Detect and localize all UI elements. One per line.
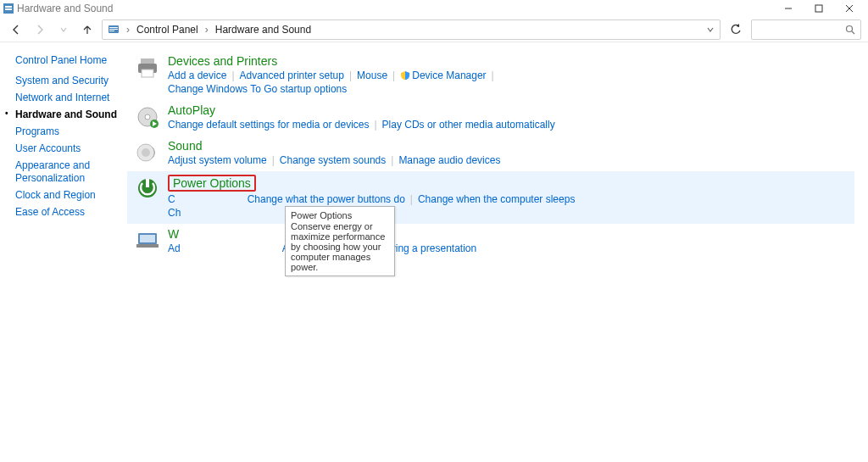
link-power-partial-1[interactable]: C (168, 193, 175, 205)
svg-rect-13 (141, 58, 154, 64)
sidebar-item-clock-and-region[interactable]: Clock and Region (15, 189, 127, 202)
sidebar-item-ease-of-access[interactable]: Ease of Access (15, 206, 127, 219)
mobility-icon (134, 227, 161, 254)
link-device-manager[interactable]: Device Manager (400, 70, 486, 81)
svg-line-12 (852, 31, 854, 34)
link-play-cds[interactable]: Play CDs or other media automatically (382, 119, 555, 131)
link-advanced-printer[interactable]: Advanced printer setup (240, 70, 344, 81)
sidebar: Control Panel Home System and SecurityNe… (0, 42, 127, 462)
svg-rect-15 (142, 70, 153, 77)
category-mobility: W Ad Adjust settings before giving a pre… (127, 224, 860, 259)
window-maximize-button[interactable] (804, 0, 834, 17)
recent-locations-button[interactable] (54, 20, 73, 39)
address-bar: › Control Panel › Hardware and Sound (0, 17, 868, 42)
svg-rect-1 (5, 6, 12, 8)
autoplay-icon (134, 103, 161, 131)
refresh-button[interactable] (726, 19, 746, 40)
tooltip-body: Conserve energy or maximize performance … (291, 221, 389, 272)
svg-rect-4 (815, 5, 822, 12)
breadcrumb-chevron-icon: › (126, 24, 130, 36)
window-minimize-button[interactable] (773, 0, 804, 17)
back-button[interactable] (7, 20, 25, 39)
sidebar-item-hardware-and-sound[interactable]: Hardware and Sound (15, 109, 127, 121)
control-panel-icon (108, 24, 120, 36)
category-title-sound[interactable]: Sound (168, 139, 860, 153)
power-icon (134, 175, 161, 202)
shield-icon (400, 70, 410, 81)
content-area: Devices and Printers Add a device| Advan… (127, 42, 868, 462)
link-power-buttons[interactable]: Change what the power buttons do (248, 193, 405, 205)
svg-point-17 (145, 114, 150, 120)
svg-rect-25 (136, 244, 159, 248)
sidebar-home[interactable]: Control Panel Home (15, 54, 127, 66)
category-title-autoplay[interactable]: AutoPlay (168, 103, 860, 117)
link-power-partial-2[interactable]: Ch (168, 207, 181, 219)
svg-rect-8 (109, 27, 118, 28)
speaker-icon (134, 139, 161, 166)
window-title: Hardware and Sound (17, 3, 113, 14)
sidebar-item-user-accounts[interactable]: User Accounts (15, 142, 127, 155)
sidebar-item-appearance-and-personalization[interactable]: Appearance and Personalization (15, 159, 127, 185)
category-title-mobility[interactable]: W (168, 227, 860, 241)
tooltip-title: Power Options (291, 210, 389, 220)
svg-rect-10 (109, 31, 114, 31)
svg-rect-2 (5, 8, 12, 10)
link-add-device[interactable]: Add a device (168, 70, 226, 81)
printer-icon (134, 54, 161, 81)
sidebar-item-programs[interactable]: Programs (15, 125, 127, 138)
category-devices-printers: Devices and Printers Add a device| Advan… (127, 51, 860, 100)
link-computer-sleeps[interactable]: Change when the computer sleeps (418, 193, 575, 205)
svg-rect-22 (146, 179, 149, 187)
category-sound: Sound Adjust system volume| Change syste… (127, 136, 860, 171)
body: Control Panel Home System and SecurityNe… (0, 42, 868, 462)
search-box[interactable] (751, 19, 861, 40)
category-title-power[interactable]: Power Options (168, 175, 854, 192)
svg-rect-24 (140, 235, 155, 242)
link-mobility-partial[interactable]: Ad (168, 242, 181, 254)
link-system-sounds[interactable]: Change system sounds (280, 154, 386, 166)
breadcrumb-dropdown-button[interactable] (706, 25, 715, 34)
window-close-button[interactable] (834, 0, 865, 17)
category-title-devices[interactable]: Devices and Printers (168, 54, 860, 68)
svg-point-20 (142, 148, 150, 157)
link-mouse[interactable]: Mouse (357, 70, 387, 81)
search-icon (845, 25, 855, 35)
svg-rect-9 (109, 29, 118, 30)
sidebar-item-network-and-internet[interactable]: Network and Internet (15, 92, 127, 104)
breadcrumb-item-hardware-sound[interactable]: Hardware and Sound (215, 24, 311, 36)
forward-button[interactable] (31, 20, 49, 39)
category-power-options: Power Options C Change what the power bu… (127, 171, 854, 224)
window-icon (3, 3, 14, 14)
tooltip-power-options: Power Options Conserve energy or maximiz… (285, 206, 395, 276)
sidebar-item-system-and-security[interactable]: System and Security (15, 75, 127, 87)
link-windows-to-go[interactable]: Change Windows To Go startup options (168, 83, 347, 95)
up-button[interactable] (78, 20, 97, 39)
highlight-box: Power Options (168, 175, 256, 192)
category-autoplay: AutoPlay Change default settings for med… (127, 100, 860, 136)
link-autoplay-defaults[interactable]: Change default settings for media or dev… (168, 119, 369, 131)
breadcrumb-bar[interactable]: › Control Panel › Hardware and Sound (102, 19, 721, 40)
link-system-volume[interactable]: Adjust system volume (168, 154, 267, 166)
window-titlebar: Hardware and Sound (0, 0, 868, 17)
link-audio-devices[interactable]: Manage audio devices (398, 154, 500, 166)
breadcrumb-chevron-icon: › (205, 24, 209, 36)
breadcrumb-item-control-panel[interactable]: Control Panel (136, 24, 198, 36)
svg-point-11 (847, 25, 853, 31)
